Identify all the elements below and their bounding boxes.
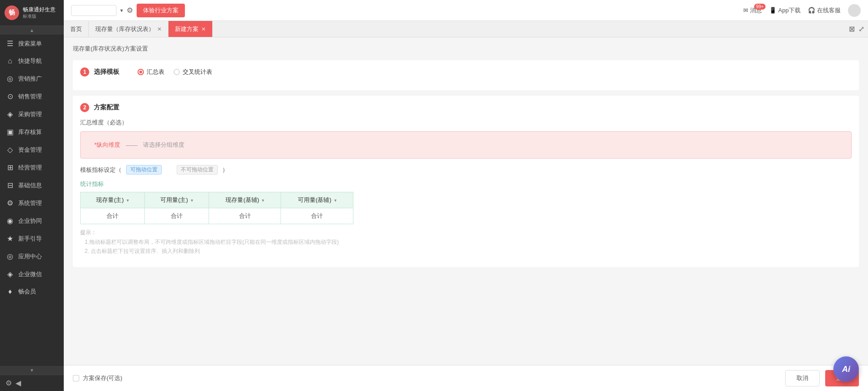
- sidebar-item-营销推广[interactable]: ◎营销推广: [0, 70, 64, 87]
- draggable-badge: 可拖动位置: [126, 165, 162, 175]
- radio-circle: [138, 69, 144, 75]
- sidebar-icon: ◎: [5, 74, 15, 83]
- sidebar-icon: ◎: [5, 252, 15, 261]
- table-header-现存量(基辅)[interactable]: 现存量(基辅)▾: [209, 192, 281, 208]
- settings-icon[interactable]: ⚙: [5, 379, 12, 387]
- save-option: 方案保存(可选): [73, 374, 123, 382]
- tab-新建方案[interactable]: 新建方案✕: [168, 21, 213, 37]
- save-checkbox[interactable]: [73, 375, 79, 381]
- step1-badge: 1: [80, 67, 89, 77]
- search-input[interactable]: [71, 5, 117, 16]
- table-cell-现存量(基辅): 合计: [209, 208, 281, 224]
- sidebar-item-库存核算[interactable]: ▣库存核算: [0, 123, 64, 141]
- header-dropdown-arrow[interactable]: ▾: [127, 198, 129, 203]
- sidebar-item-搜索菜单[interactable]: ☰搜索菜单: [0, 35, 64, 52]
- table-cell-现存量(主): 合计: [81, 208, 145, 224]
- tab-label: 首页: [70, 25, 82, 33]
- radio-label: 汇总表: [147, 68, 164, 76]
- app-download-button[interactable]: 📱 App下载: [769, 6, 801, 15]
- tips-section: 提示： 1.拖动标题栏可以调整布局，不可跨维度或指标区域拖动栏目字段(只能在同一…: [80, 229, 852, 255]
- mobile-icon: 📱: [769, 7, 776, 14]
- dimension-row: *纵向维度 —— 请选择分组维度: [94, 141, 837, 149]
- sidebar-item-资金管理[interactable]: ◇资金管理: [0, 141, 64, 159]
- sidebar-item-畅会员[interactable]: ♦畅会员: [0, 283, 64, 300]
- sidebar-item-label: 资金管理: [18, 146, 42, 154]
- sidebar-icon: ▣: [5, 128, 15, 136]
- table-header-可用量(基辅)[interactable]: 可用量(基辅)▾: [281, 192, 353, 208]
- topbar-right: ✉ 消息 99+ 📱 App下载 🎧 在线客服: [743, 4, 861, 17]
- cancel-button[interactable]: 取消: [785, 370, 820, 386]
- user-avatar[interactable]: [848, 4, 861, 17]
- ai-float-button[interactable]: Ai: [833, 356, 859, 382]
- sidebar-item-基础信息[interactable]: ⊟基础信息: [0, 176, 64, 194]
- table-cell-可用量(基辅): 合计: [281, 208, 353, 224]
- header-dropdown-arrow[interactable]: ▾: [262, 198, 264, 203]
- header-label: 可用量(主): [160, 196, 188, 204]
- header-dropdown-arrow[interactable]: ▾: [191, 198, 193, 203]
- tab-label: 现存量（库存状况表）: [95, 25, 154, 33]
- sidebar-item-label: 畅会员: [18, 288, 36, 296]
- sidebar-item-label: 企业协同: [18, 217, 42, 225]
- indicators-separator: [166, 166, 172, 174]
- dimension-separator: ——: [126, 142, 138, 149]
- table-cell-可用量(主): 合计: [144, 208, 209, 224]
- sidebar-icon: ◇: [5, 145, 15, 154]
- save-label: 方案保存(可选): [83, 374, 123, 382]
- tab-首页[interactable]: 首页: [64, 21, 89, 37]
- sidebar-icon: ⌂: [5, 57, 15, 65]
- tab-expand: ⊠⤢: [845, 25, 868, 33]
- header-label: 现存量(基辅): [225, 196, 259, 204]
- content-area: 现存量(库存状况表)方案设置 1 选择模板 汇总表交叉统计表 2 方案配置 汇总…: [64, 37, 868, 365]
- sidebar-scroll-up[interactable]: ▲: [0, 26, 64, 35]
- online-service-button[interactable]: 🎧 在线客服: [808, 6, 841, 15]
- sidebar-scroll-down[interactable]: ▼: [0, 366, 64, 375]
- dimension-label: *纵向维度: [94, 141, 120, 149]
- sidebar-item-label: 采购管理: [18, 110, 42, 118]
- app-name: 畅康通好生意 标准版: [23, 6, 56, 20]
- sidebar-item-企业协同[interactable]: ◉企业协同: [0, 212, 64, 230]
- sidebar-item-销售管理[interactable]: ⊙销售管理: [0, 87, 64, 105]
- table-header-可用量(主)[interactable]: 可用量(主)▾: [144, 192, 209, 208]
- sidebar-icon: ⊞: [5, 163, 15, 172]
- template-section-header: 1 选择模板 汇总表交叉统计表: [80, 67, 852, 77]
- sidebar-item-快捷导航[interactable]: ⌂快捷导航: [0, 52, 64, 70]
- sidebar-item-系统管理[interactable]: ⚙系统管理: [0, 194, 64, 212]
- tips-item: 2. 点击标题栏下拉可设置排序、插入列和删除列: [80, 247, 852, 255]
- sidebar-icon: ◈: [5, 270, 15, 278]
- radio-option-汇总表[interactable]: 汇总表: [138, 68, 164, 76]
- sidebar-item-label: 销售管理: [18, 93, 42, 101]
- table-header-现存量(主)[interactable]: 现存量(主)▾: [81, 192, 145, 208]
- indicators-label: 模板指标设定（: [80, 166, 122, 174]
- message-badge: 99+: [754, 4, 766, 10]
- message-button[interactable]: ✉ 消息 99+: [743, 6, 762, 15]
- sidebar-item-企业微信[interactable]: ◈企业微信: [0, 265, 64, 283]
- bottom-bar: 方案保存(可选) 取消 查询: [64, 365, 868, 391]
- tab-label: 新建方案: [175, 25, 199, 33]
- header-dropdown-arrow[interactable]: ▾: [334, 198, 337, 203]
- tabbar: 首页现存量（库存状况表）✕新建方案✕⊠⤢: [64, 21, 868, 37]
- tab-close-icon[interactable]: ✕: [157, 26, 162, 32]
- sidebar-item-经营管理[interactable]: ⊞经营管理: [0, 159, 64, 176]
- tab-close-icon[interactable]: ✕: [201, 26, 206, 32]
- dimension-box[interactable]: *纵向维度 —— 请选择分组维度: [80, 131, 852, 159]
- sidebar-item-应用中心[interactable]: ◎应用中心: [0, 247, 64, 265]
- collapse-icon[interactable]: ◀: [15, 379, 21, 387]
- dropdown-button[interactable]: ▾: [120, 7, 123, 14]
- stats-label: 统计指标: [80, 180, 852, 188]
- topbar: ▾ ⚙ 体验行业方案 ✉ 消息 99+ 📱 App下载 🎧 在线客服: [64, 0, 868, 21]
- radio-option-交叉统计表[interactable]: 交叉统计表: [174, 68, 212, 76]
- sidebar-item-新手引导[interactable]: ★新手引导: [0, 230, 64, 247]
- tab-现存量（库存状况表）[interactable]: 现存量（库存状况表）✕: [89, 21, 168, 37]
- sidebar-icon: ⚙: [5, 199, 15, 207]
- fullscreen-icon[interactable]: ⤢: [858, 25, 864, 33]
- sidebar-icon: ◈: [5, 110, 15, 118]
- topbar-gear-icon[interactable]: ⚙: [127, 6, 133, 15]
- step2-badge: 2: [80, 103, 89, 112]
- sidebar-icon: ◉: [5, 216, 15, 225]
- sidebar-item-采购管理[interactable]: ◈采购管理: [0, 105, 64, 123]
- headset-icon: 🎧: [808, 7, 815, 14]
- expand-icon[interactable]: ⊠: [849, 25, 855, 33]
- sidebar-item-label: 快捷导航: [18, 57, 42, 65]
- sidebar-item-label: 基础信息: [18, 181, 42, 190]
- trial-button[interactable]: 体验行业方案: [137, 4, 185, 17]
